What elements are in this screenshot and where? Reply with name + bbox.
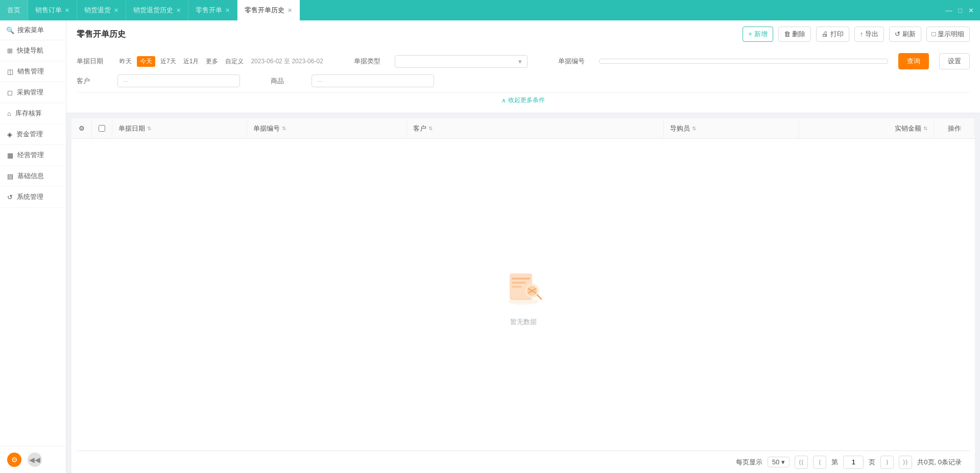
svg-rect-4 [512, 286, 522, 288]
collapse-icon: ∧ [501, 97, 506, 104]
guide-sort-icon[interactable]: ⇅ [692, 126, 696, 131]
refresh-button[interactable]: ↺ 刷新 [889, 27, 921, 42]
sidebar-search[interactable]: 🔍 搜索菜单 [0, 20, 66, 40]
svg-line-9 [537, 295, 541, 299]
type-filter-label: 单据类型 [354, 57, 385, 66]
sidebar: 🔍 搜索菜单 ⊞ 快捷导航 ◫ 销售管理 ◻ 采购管理 ⌂ 库存核算 ◈ 资金管… [0, 20, 66, 473]
goods-filter-input[interactable]: ··· [312, 74, 434, 87]
tab-sales-order[interactable]: 销售订单 ✕ [28, 0, 77, 20]
export-button[interactable]: ↑ 导出 [854, 27, 884, 42]
sys-mgmt-icon: ↺ [7, 193, 13, 201]
customer-ellipsis: ··· [123, 77, 129, 85]
page-input[interactable] [843, 456, 864, 469]
filter-row-customer: 客户 ··· 商品 ··· [77, 74, 970, 87]
date-btn-yesterday[interactable]: 昨天 [117, 56, 134, 67]
tab-sales-return-history[interactable]: 销货退货历史 ✕ [126, 0, 188, 20]
sidebar-item-base-info[interactable]: ▤ 基础信息 [0, 166, 66, 187]
th-amount: 实销金额 ⇅ [799, 118, 934, 138]
tab-close-retail-open-history[interactable]: ✕ [288, 7, 292, 14]
window-maximize[interactable]: □ [958, 7, 962, 14]
sidebar-item-quick-nav[interactable]: ⊞ 快捷导航 [0, 40, 66, 61]
table-container: ⚙ 单据日期 ⇅ 单据编号 ⇅ 客户 ⇅ 导购员 [71, 118, 975, 473]
delete-button[interactable]: 🗑 删除 [778, 27, 811, 42]
per-page-arrow: ▾ [781, 458, 785, 466]
filter-settings-button[interactable]: 设置 [939, 53, 970, 69]
window-minimize[interactable]: — [945, 7, 952, 14]
customer-sort-icon[interactable]: ⇅ [428, 126, 433, 131]
query-button[interactable]: 查询 [898, 53, 929, 69]
th-customer: 客户 ⇅ [407, 118, 664, 138]
tab-close-sales-return-history[interactable]: ✕ [176, 7, 181, 14]
amount-sort-icon[interactable]: ⇅ [923, 126, 927, 131]
th-action: 操作 [934, 118, 975, 138]
date-range-display: 2023-06-02 至 2023-06-02 [251, 57, 323, 66]
sidebar-item-inventory[interactable]: ⌂ 库存核算 [0, 103, 66, 124]
page-next-btn[interactable]: ⟩ [880, 456, 894, 469]
settings-gear-button[interactable]: ⚙ [7, 453, 21, 467]
base-info-icon: ▤ [7, 172, 13, 180]
customer-filter-label: 客户 [77, 77, 107, 86]
tab-retail-open-history[interactable]: 零售开单历史 ✕ [237, 0, 300, 20]
search-icon: 🔍 [6, 27, 14, 34]
customer-filter-input[interactable]: ··· [117, 74, 240, 87]
sidebar-item-finance[interactable]: ◈ 资金管理 [0, 124, 66, 145]
page-title-row: 零售开单历史 + 新增 🗑 删除 🖨 打印 ↑ 导出 ↺ 刷新 □ 显示明细 [77, 27, 970, 42]
empty-illustration [500, 263, 546, 309]
inventory-icon: ⌂ [7, 110, 11, 117]
per-page-select[interactable]: 50 ▾ [768, 457, 790, 467]
sidebar-item-sales-mgmt[interactable]: ◫ 销售管理 [0, 61, 66, 82]
toolbar-buttons: + 新增 🗑 删除 🖨 打印 ↑ 导出 ↺ 刷新 □ 显示明细 [743, 27, 970, 42]
select-all-checkbox[interactable] [99, 125, 105, 132]
content-area: 零售开单历史 + 新增 🗑 删除 🖨 打印 ↑ 导出 ↺ 刷新 □ 显示明细 单… [66, 20, 980, 473]
type-filter-select[interactable]: ▾ [395, 55, 528, 68]
date-sort-icon[interactable]: ⇅ [147, 126, 151, 131]
date-btn-more[interactable]: 更多 [204, 56, 220, 67]
svg-rect-3 [512, 282, 526, 284]
purchase-icon: ◻ [7, 89, 13, 96]
num-filter-label: 单据编号 [558, 57, 589, 66]
sidebar-item-sys-mgmt[interactable]: ↺ 系统管理 [0, 187, 66, 208]
sales-mgmt-icon: ◫ [7, 68, 13, 76]
th-amount-label: 实销金额 [895, 124, 921, 133]
window-controls: — □ ✕ [945, 7, 980, 14]
display-detail-button[interactable]: □ 显示明细 [926, 27, 970, 42]
page-header: 零售开单历史 + 新增 🗑 删除 🖨 打印 ↑ 导出 ↺ 刷新 □ 显示明细 单… [66, 20, 980, 113]
type-select-arrow: ▾ [518, 58, 522, 65]
date-filter-label: 单据日期 [77, 57, 107, 66]
th-num-label: 单据编号 [253, 124, 280, 133]
page-label2: 页 [869, 458, 875, 467]
sidebar-item-purchase-mgmt[interactable]: ◻ 采购管理 [0, 82, 66, 103]
sidebar-item-operations[interactable]: ▦ 经营管理 [0, 145, 66, 166]
page-prev-btn[interactable]: ⟨ [813, 456, 826, 469]
th-gear[interactable]: ⚙ [71, 118, 92, 138]
sidebar-collapse-button[interactable]: ◀◀ [28, 453, 42, 467]
th-action-label: 操作 [948, 124, 961, 133]
new-button[interactable]: + 新增 [743, 27, 773, 42]
page-first-btn[interactable]: ⟨⟨ [795, 456, 808, 469]
num-filter-input[interactable] [599, 59, 888, 64]
date-btn-today[interactable]: 今天 [137, 56, 155, 67]
quick-nav-icon: ⊞ [7, 47, 13, 55]
print-button[interactable]: 🖨 打印 [816, 27, 849, 42]
window-close[interactable]: ✕ [968, 7, 974, 14]
tab-retail-open[interactable]: 零售开单 ✕ [188, 0, 237, 20]
tab-close-sales-return[interactable]: ✕ [114, 7, 118, 14]
th-date: 单据日期 ⇅ [112, 118, 247, 138]
th-check[interactable] [92, 118, 112, 138]
tab-sales-return[interactable]: 销货退货 ✕ [77, 0, 126, 20]
goods-ellipsis: ··· [317, 77, 323, 85]
collapse-more-btn[interactable]: ∧ 收起更多条件 [77, 92, 970, 108]
date-btn-1month[interactable]: 近1月 [181, 56, 201, 67]
tab-home[interactable]: 首页 [0, 0, 28, 20]
svg-rect-2 [512, 278, 530, 280]
tab-close-retail-open[interactable]: ✕ [225, 7, 230, 14]
filter-row-date: 单据日期 昨天 今天 近7天 近1月 更多 自定义 2023-06-02 至 2… [77, 53, 970, 69]
total-info: 共0页, 0条记录 [917, 458, 962, 467]
tab-close-sales-order[interactable]: ✕ [65, 7, 69, 14]
date-btn-custom[interactable]: 自定义 [223, 56, 246, 67]
page-last-btn[interactable]: ⟩⟩ [899, 456, 912, 469]
num-sort-icon[interactable]: ⇅ [282, 126, 286, 131]
table-header: ⚙ 单据日期 ⇅ 单据编号 ⇅ 客户 ⇅ 导购员 [71, 118, 975, 139]
date-btn-7days[interactable]: 近7天 [158, 56, 178, 67]
th-num: 单据编号 ⇅ [247, 118, 407, 138]
